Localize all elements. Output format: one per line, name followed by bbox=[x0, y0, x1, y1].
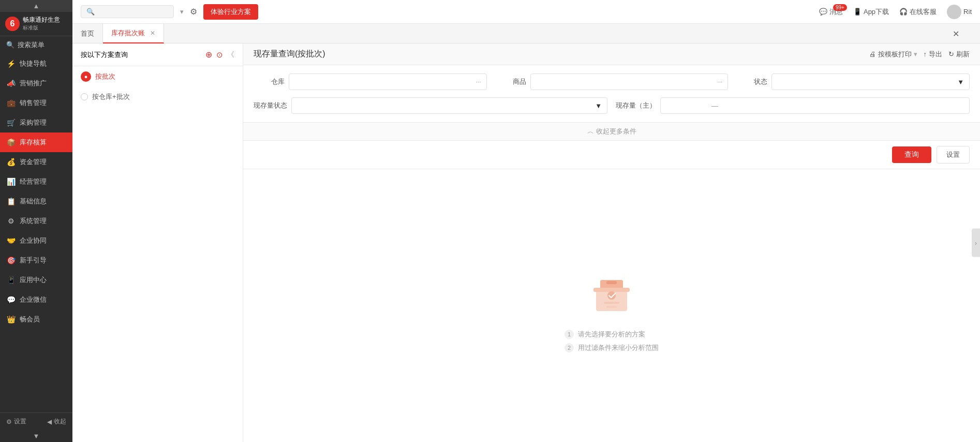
print-label: 按模板打印 bbox=[878, 50, 912, 59]
query-title-bar: 现存量查询(按批次) 🖨 按模板打印 ▾ ↑ 导出 ↻ bbox=[243, 43, 980, 65]
sidebar-item-newbie[interactable]: 🎯 新手引导 bbox=[0, 251, 72, 270]
sidebar-item-system[interactable]: ⚙ 系统管理 bbox=[0, 211, 72, 231]
tab-home[interactable]: 首页 bbox=[72, 24, 103, 43]
print-dropdown-icon[interactable]: ▾ bbox=[914, 50, 917, 58]
message-btn[interactable]: 💬 消息 99+ bbox=[819, 7, 843, 17]
sidebar-item-apps[interactable]: 📱 应用中心 bbox=[0, 270, 72, 290]
app-download-icon: 📱 bbox=[853, 8, 862, 16]
filter-form: 仓库 ··· 商品 ··· bbox=[243, 65, 980, 123]
stock-qty-max-input[interactable] bbox=[722, 102, 764, 110]
stock-status-field: 现存量状态 ▼ bbox=[254, 97, 607, 114]
right-collapse-icon: › bbox=[975, 239, 977, 247]
warehouse-input[interactable]: ··· bbox=[289, 73, 487, 90]
filter-scheme-by-batch[interactable]: ● 按批次 bbox=[72, 66, 243, 87]
print-icon: 🖨 bbox=[869, 50, 876, 58]
empty-illustration bbox=[581, 259, 643, 321]
add-scheme-btn[interactable]: ⊕ bbox=[205, 50, 212, 60]
tab-label-home: 首页 bbox=[81, 29, 94, 38]
nav-icon-quick-nav: ⚡ bbox=[6, 59, 16, 68]
sidebar-item-operation[interactable]: 📊 经营管理 bbox=[0, 172, 72, 191]
header-search-input[interactable] bbox=[97, 8, 159, 16]
sidebar-scroll-up[interactable]: ▲ bbox=[0, 0, 72, 12]
export-btn[interactable]: ↑ 导出 bbox=[924, 50, 943, 59]
header-settings-btn[interactable]: ⚙ bbox=[190, 7, 197, 17]
scheme-radio-by-warehouse-batch bbox=[81, 93, 88, 100]
warehouse-more-btn[interactable]: ··· bbox=[476, 78, 481, 85]
sidebar-item-enterprise[interactable]: 🤝 企业协同 bbox=[0, 231, 72, 251]
status-dropdown-icon: ▼ bbox=[957, 78, 964, 86]
nav-icon-marketing: 📣 bbox=[6, 79, 16, 88]
nav-label-system: 系统管理 bbox=[20, 216, 47, 226]
filter-scheme-by-warehouse-batch[interactable]: 按仓库+批次 bbox=[72, 87, 243, 107]
sidebar-item-purchase[interactable]: 🛒 采购管理 bbox=[0, 113, 72, 132]
status-select[interactable]: ▼ bbox=[771, 73, 970, 90]
product-input[interactable]: ··· bbox=[530, 73, 729, 90]
query-btn[interactable]: 查询 bbox=[892, 146, 931, 163]
online-service-btn[interactable]: 🎧 在线客服 bbox=[899, 7, 937, 17]
nav-icon-wechat: 💬 bbox=[6, 295, 16, 304]
header-search-dropdown[interactable]: ▾ bbox=[180, 8, 184, 16]
nav-icon-newbie: 🎯 bbox=[6, 256, 16, 265]
chevron-up-icon: ︿ bbox=[587, 127, 594, 136]
right-collapse-tab[interactable]: › bbox=[972, 229, 980, 257]
trial-industry-btn[interactable]: 体验行业方案 bbox=[203, 4, 258, 20]
stock-qty-range[interactable]: — bbox=[660, 97, 970, 114]
sidebar-item-wechat[interactable]: 💬 企业微信 bbox=[0, 290, 72, 310]
svg-rect-5 bbox=[604, 302, 619, 304]
sidebar-item-sales[interactable]: 💼 销售管理 bbox=[0, 93, 72, 113]
tab-batch-account[interactable]: 库存批次账✕ bbox=[103, 24, 164, 43]
sidebar-item-basic[interactable]: 📋 基础信息 bbox=[0, 191, 72, 211]
company-name: 畅康通好生意 bbox=[23, 16, 60, 24]
settings-btn[interactable]: 设置 bbox=[937, 146, 970, 164]
search-menu-btn[interactable]: 🔍 搜索菜单 bbox=[0, 36, 72, 54]
header-search-box[interactable]: 🔍 bbox=[81, 5, 174, 18]
collapse-filter-panel-btn[interactable]: 《 bbox=[227, 50, 234, 60]
main-panel: 现存量查询(按批次) 🖨 按模板打印 ▾ ↑ 导出 ↻ bbox=[243, 43, 980, 442]
main-area: 🔍 ▾ ⚙ 体验行业方案 💬 消息 99+ 📱 App下载 🎧 在线客服 bbox=[72, 0, 980, 442]
collapse-sidebar-btn[interactable]: ◀ 收起 bbox=[47, 417, 66, 426]
panel-close-btn[interactable]: ✕ bbox=[953, 28, 959, 38]
stock-qty-label: 现存量（主） bbox=[616, 101, 656, 110]
sidebar: ▲ 6 畅康通好生意 标准版 🔍 搜索菜单 ⚡ 快捷导航 📣 营销推广 💼 销售… bbox=[0, 0, 72, 442]
refresh-btn[interactable]: ↻ 刷新 bbox=[948, 50, 970, 59]
stock-status-select[interactable]: ▼ bbox=[291, 97, 607, 114]
stock-qty-field: 现存量（主） — bbox=[616, 97, 970, 114]
sidebar-item-marketing[interactable]: 📣 营销推广 bbox=[0, 73, 72, 93]
stock-qty-min-input[interactable] bbox=[666, 102, 707, 110]
sidebar-nav: ⚡ 快捷导航 📣 营销推广 💼 销售管理 🛒 采购管理 📦 库存核算 💰 资金管… bbox=[0, 54, 72, 412]
collapse-more-conditions[interactable]: ︿ 收起更多条件 bbox=[243, 123, 980, 141]
scheme-settings-btn[interactable]: ⊙ bbox=[216, 50, 223, 60]
sidebar-scroll-down[interactable]: ▼ bbox=[0, 430, 72, 442]
filter-row-1: 仓库 ··· 商品 ··· bbox=[254, 73, 970, 90]
sidebar-item-inventory[interactable]: 📦 库存核算 bbox=[0, 132, 72, 152]
search-icon: 🔍 bbox=[6, 41, 14, 49]
sidebar-item-quick-nav[interactable]: ⚡ 快捷导航 bbox=[0, 54, 72, 73]
title-actions: 🖨 按模板打印 ▾ ↑ 导出 ↻ 刷新 bbox=[869, 50, 970, 59]
headset-icon: 🎧 bbox=[899, 8, 908, 16]
nav-label-marketing: 营销推广 bbox=[20, 79, 47, 88]
settings-footer-btn[interactable]: ⚙ 设置 bbox=[6, 417, 26, 426]
sidebar-item-finance[interactable]: 💰 资金管理 bbox=[0, 152, 72, 172]
product-field: 商品 ··· bbox=[495, 73, 729, 90]
app-download-btn[interactable]: 📱 App下载 bbox=[853, 7, 889, 17]
export-label: 导出 bbox=[929, 50, 942, 59]
print-btn[interactable]: 🖨 按模板打印 ▾ bbox=[869, 50, 917, 59]
filter-panel-title: 按以下方案查询 bbox=[81, 50, 128, 60]
nav-icon-purchase: 🛒 bbox=[6, 118, 16, 127]
user-profile-btn[interactable]: Rit bbox=[947, 5, 972, 19]
user-avatar bbox=[947, 5, 961, 19]
refresh-label: 刷新 bbox=[956, 50, 970, 59]
sidebar-item-member[interactable]: 👑 畅会员 bbox=[0, 310, 72, 329]
empty-step-1: 1 请先选择要分析的方案 bbox=[565, 330, 659, 339]
top-header: 🔍 ▾ ⚙ 体验行业方案 💬 消息 99+ 📱 App下载 🎧 在线客服 bbox=[72, 0, 980, 24]
product-more-btn[interactable]: ··· bbox=[717, 78, 722, 85]
nav-icon-operation: 📊 bbox=[6, 177, 16, 186]
status-label: 状态 bbox=[736, 77, 767, 86]
scheme-icon-by-batch: ● bbox=[81, 71, 91, 82]
tab-close-batch-account[interactable]: ✕ bbox=[150, 30, 155, 37]
export-icon: ↑ bbox=[924, 50, 927, 58]
nav-label-sales: 销售管理 bbox=[20, 98, 47, 108]
header-right: 💬 消息 99+ 📱 App下载 🎧 在线客服 Rit bbox=[819, 5, 972, 19]
svg-rect-6 bbox=[606, 306, 617, 308]
online-service-label: 在线客服 bbox=[910, 7, 937, 17]
